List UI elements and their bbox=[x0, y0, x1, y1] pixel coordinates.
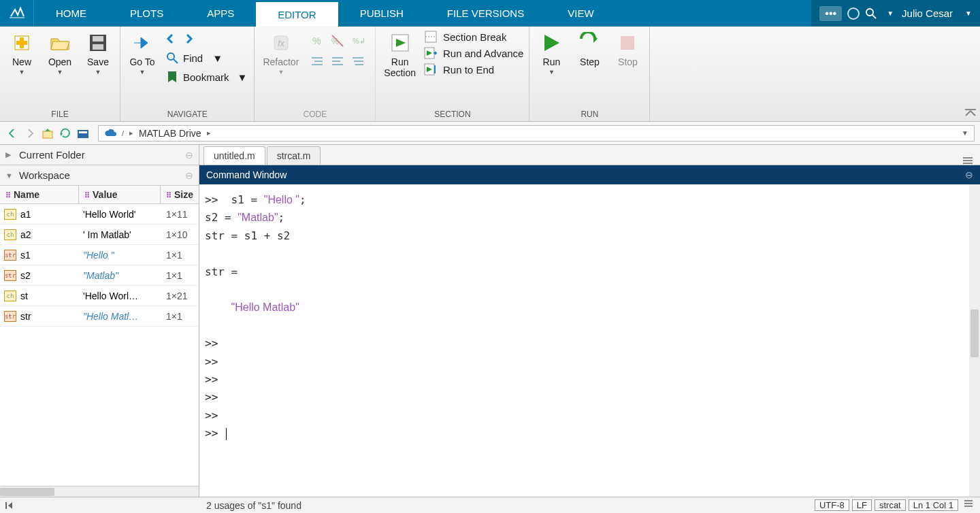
workspace-header[interactable]: ▼ Workspace ⊖ bbox=[0, 165, 199, 186]
uncomment-icon[interactable]: % bbox=[330, 33, 345, 48]
workspace-var-row[interactable]: cha2' Im Matlab'1×10 bbox=[0, 225, 199, 245]
nav-history-back-forward[interactable] bbox=[163, 31, 250, 47]
status-cursor-pos[interactable]: Ln 1 Col 1 bbox=[909, 499, 958, 511]
editor-tab-menu-icon[interactable] bbox=[956, 156, 980, 165]
var-value: "Hello Matl… bbox=[80, 311, 163, 322]
var-name: s2 bbox=[20, 270, 31, 281]
var-value: ' Im Matlab' bbox=[80, 229, 163, 240]
top-tab-bar: HOME PLOTS APPS EDITOR PUBLISH FILE VERS… bbox=[0, 0, 980, 27]
var-size: 1×10 bbox=[163, 229, 199, 240]
nav-browse-icon[interactable] bbox=[76, 127, 90, 140]
col-size[interactable]: ⠿Size bbox=[161, 186, 199, 203]
run-and-advance-button[interactable]: Run and Advance bbox=[423, 46, 525, 61]
command-window-body[interactable]: >> s1 = "Hello "; s2 = "Matlab"; str = s… bbox=[199, 184, 980, 497]
path-crumbs[interactable]: / ▸ MATLAB Drive ▸ ▼ bbox=[98, 125, 975, 142]
workspace-hscroll[interactable] bbox=[0, 486, 199, 497]
more-icon[interactable]: ••• bbox=[819, 6, 842, 21]
ribbon: New▼ Open▼ Save▼ FILE Go To▼ bbox=[0, 27, 980, 122]
status-message: 2 usages of "s1" found bbox=[199, 500, 815, 511]
var-type-icon: ch bbox=[4, 229, 16, 240]
ribbon-group-run: Run▼ Step Stop RUN bbox=[529, 27, 650, 121]
run-to-end-button[interactable]: Run to End bbox=[423, 62, 525, 77]
status-function[interactable]: strcat bbox=[875, 499, 906, 511]
svg-line-8 bbox=[174, 59, 178, 63]
var-name: st bbox=[20, 291, 28, 301]
path-sep: / bbox=[122, 129, 124, 137]
path-dropdown-icon[interactable]: ▼ bbox=[962, 129, 968, 137]
status-encoding[interactable]: UTF-8 bbox=[815, 499, 849, 511]
ribbon-collapse-icon[interactable] bbox=[961, 27, 980, 121]
stop-button[interactable]: Stop bbox=[610, 29, 645, 70]
panel-close-icon[interactable]: ⊖ bbox=[185, 150, 193, 161]
nav-up-icon[interactable] bbox=[41, 127, 54, 140]
indent-icon[interactable] bbox=[310, 54, 325, 69]
bookmark-button[interactable]: Bookmark ▼ bbox=[163, 69, 250, 85]
collapse-icon[interactable]: ▼ bbox=[5, 171, 15, 180]
workspace-var-row[interactable]: strs2"Matlab"1×1 bbox=[0, 265, 199, 286]
status-line-ending[interactable]: LF bbox=[852, 499, 872, 511]
workspace-var-row[interactable]: strstr"Hello Matl…1×1 bbox=[0, 306, 199, 327]
tab-publish[interactable]: PUBLISH bbox=[338, 0, 425, 27]
help-icon[interactable] bbox=[847, 7, 860, 20]
col-value[interactable]: ⠿Value bbox=[79, 186, 161, 203]
command-window-vscroll[interactable] bbox=[969, 184, 980, 497]
smart-indent-icon[interactable] bbox=[350, 54, 365, 69]
search-caret-icon[interactable]: ▼ bbox=[887, 10, 894, 17]
var-name: a2 bbox=[20, 229, 31, 240]
ribbon-label-code: CODE bbox=[259, 108, 371, 121]
topbar-right: ••• ▼ Julio Cesar ▼ bbox=[811, 0, 980, 27]
status-menu-icon[interactable] bbox=[961, 499, 976, 511]
wrap-comment-icon[interactable]: %↲ bbox=[350, 33, 365, 48]
refactor-button[interactable]: fx Refactor▼ bbox=[259, 29, 303, 78]
tab-view[interactable]: VIEW bbox=[546, 0, 615, 27]
var-size: 1×1 bbox=[163, 250, 199, 261]
col-name[interactable]: ⠿Name bbox=[0, 186, 79, 203]
section-break-button[interactable]: Section Break bbox=[423, 29, 525, 44]
workspace-var-row[interactable]: chst'Hello Worl…1×21 bbox=[0, 286, 199, 306]
svg-text:fx: fx bbox=[278, 39, 284, 48]
tab-file-versions[interactable]: FILE VERSIONS bbox=[425, 0, 546, 27]
tab-editor[interactable]: EDITOR bbox=[256, 0, 338, 27]
save-button[interactable]: Save▼ bbox=[80, 29, 116, 78]
goto-button[interactable]: Go To▼ bbox=[125, 29, 160, 78]
workspace-var-row[interactable]: cha1'Hello World'1×11 bbox=[0, 204, 199, 225]
nav-fwd-icon[interactable] bbox=[23, 127, 37, 140]
chevron-right-icon[interactable]: ▸ bbox=[207, 129, 211, 137]
command-window-close-icon[interactable]: ⊖ bbox=[965, 169, 973, 180]
nav-back-icon[interactable] bbox=[5, 127, 19, 140]
panel-close-icon[interactable]: ⊖ bbox=[185, 170, 193, 181]
var-size: 1×1 bbox=[163, 311, 199, 322]
path-bar: / ▸ MATLAB Drive ▸ ▼ bbox=[0, 122, 980, 145]
outdent-icon[interactable] bbox=[330, 54, 345, 69]
new-button[interactable]: New▼ bbox=[4, 29, 39, 78]
main-area: ▶ Current Folder ⊖ ▼ Workspace ⊖ ⠿Name ⠿… bbox=[0, 145, 980, 497]
comment-icon[interactable]: % bbox=[310, 33, 325, 48]
workspace-rows: cha1'Hello World'1×11cha2' Im Matlab'1×1… bbox=[0, 204, 199, 486]
run-button[interactable]: Run▼ bbox=[534, 29, 569, 78]
open-button[interactable]: Open▼ bbox=[42, 29, 78, 78]
nav-refresh-icon[interactable] bbox=[59, 127, 72, 140]
status-left[interactable] bbox=[0, 501, 199, 510]
search-icon[interactable] bbox=[865, 7, 877, 20]
user-name[interactable]: Julio Cesar bbox=[899, 7, 956, 19]
path-segment[interactable]: MATLAB Drive bbox=[139, 128, 201, 139]
expand-icon[interactable]: ▶ bbox=[5, 150, 15, 159]
tab-apps[interactable]: APPS bbox=[185, 0, 256, 27]
matlab-logo-icon[interactable] bbox=[0, 0, 34, 27]
step-button[interactable]: Step bbox=[572, 29, 607, 70]
tab-plots[interactable]: PLOTS bbox=[108, 0, 185, 27]
editor-tab[interactable]: untitled.m bbox=[203, 146, 265, 165]
command-window-header[interactable]: Command Window ⊖ bbox=[199, 165, 980, 184]
find-button[interactable]: Find ▼ bbox=[163, 50, 250, 66]
ribbon-label-section: SECTION bbox=[380, 108, 525, 121]
run-section-button[interactable]: Run Section bbox=[380, 29, 420, 81]
var-type-icon: str bbox=[4, 311, 16, 322]
tab-home[interactable]: HOME bbox=[34, 0, 108, 27]
workspace-var-row[interactable]: strs1"Hello "1×1 bbox=[0, 245, 199, 265]
var-name: s1 bbox=[20, 250, 31, 261]
goto-start-icon[interactable] bbox=[4, 501, 14, 510]
editor-tab[interactable]: strcat.m bbox=[267, 146, 321, 165]
current-folder-header[interactable]: ▶ Current Folder ⊖ bbox=[0, 145, 199, 165]
user-caret-icon[interactable]: ▼ bbox=[965, 10, 972, 17]
chevron-right-icon[interactable]: ▸ bbox=[129, 129, 133, 137]
